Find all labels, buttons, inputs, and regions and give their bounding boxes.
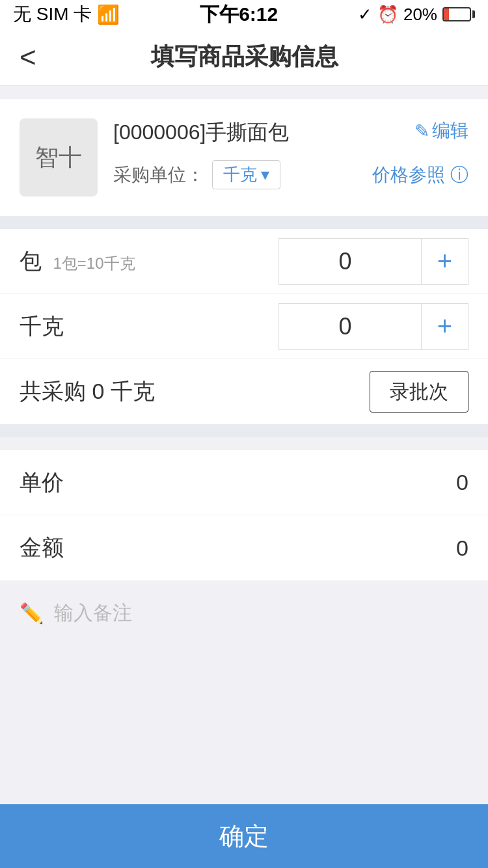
amount-row: 金额 0 (0, 515, 488, 580)
dropdown-arrow: ▾ (261, 165, 269, 185)
batch-button[interactable]: 录批次 (370, 371, 468, 413)
bao-plus-button[interactable]: + (422, 238, 468, 285)
price-ref-button[interactable]: 价格参照 ⓘ (372, 163, 468, 187)
bao-row: 包 1包=10千克 + (0, 229, 488, 294)
status-left: 无 SIM 卡 📶 (13, 2, 120, 27)
unit-price-row: 单价 0 (0, 450, 488, 515)
section-divider-1 (0, 216, 488, 229)
purchase-unit-label: 采购单位： (113, 163, 204, 187)
kg-plus-button[interactable]: + (422, 303, 468, 350)
note-placeholder: 输入备注 (54, 600, 132, 627)
kg-input-area: + (72, 303, 468, 350)
section-divider-2 (0, 424, 488, 437)
wifi-icon: 📶 (97, 4, 120, 25)
pencil-icon: ✏️ (20, 602, 44, 625)
status-bar: 无 SIM 卡 📶 下午6:12 ✓ ⏰ 20% (0, 0, 488, 29)
status-right: ✓ ⏰ 20% (358, 5, 475, 25)
status-time: 下午6:12 (200, 1, 278, 28)
bao-sub: 1包=10千克 (53, 254, 135, 272)
edit-icon: ✎ (414, 120, 429, 142)
summary-text: 共采购 0 千克 (20, 377, 155, 407)
location-icon: ✓ (358, 5, 372, 25)
unit-value: 千克 (223, 163, 257, 186)
nav-bar: < 填写商品采购信息 (0, 29, 488, 86)
kg-label: 千克 (20, 312, 72, 342)
confirm-button[interactable]: 确定 (219, 820, 269, 853)
product-top-row: [0000006]手撕面包 ✎ 编辑 (113, 118, 468, 147)
bao-input[interactable] (278, 238, 422, 285)
blank-area (0, 646, 488, 828)
back-button[interactable]: < (20, 43, 36, 72)
bao-label: 包 1包=10千克 (20, 247, 135, 277)
product-card: 智十 [0000006]手撕面包 ✎ 编辑 采购单位： 千克 ▾ 价格参照 ⓘ (0, 99, 488, 216)
purchase-unit: 采购单位： 千克 ▾ (113, 160, 280, 189)
amount-label: 金额 (20, 533, 64, 563)
unit-price-label: 单价 (20, 468, 64, 498)
confirm-footer[interactable]: 确定 (0, 804, 488, 868)
summary-row: 共采购 0 千克 录批次 (0, 359, 488, 424)
price-ref-icon: ⓘ (450, 163, 468, 187)
kg-row: 千克 + (0, 294, 488, 359)
battery-icon (442, 7, 475, 21)
amount-value: 0 (456, 536, 468, 561)
kg-input[interactable] (278, 303, 422, 350)
edit-label: 编辑 (432, 118, 468, 143)
price-ref-label: 价格参照 (372, 163, 445, 187)
product-logo: 智十 (35, 143, 82, 171)
product-bottom-row: 采购单位： 千克 ▾ 价格参照 ⓘ (113, 160, 468, 189)
unit-price-value: 0 (456, 470, 468, 495)
product-image: 智十 (20, 118, 98, 197)
no-sim-text: 无 SIM 卡 (13, 2, 92, 27)
note-section[interactable]: ✏️ 输入备注 (0, 580, 488, 646)
battery-percent: 20% (403, 5, 437, 25)
product-full-name: [0000006]手撕面包 (113, 118, 289, 147)
price-section: 单价 0 金额 0 (0, 450, 488, 580)
bao-input-area: + (135, 238, 468, 285)
page-title: 填写商品采购信息 (49, 41, 440, 73)
unit-dropdown[interactable]: 千克 ▾ (212, 160, 280, 189)
form-section: 包 1包=10千克 + 千克 + (0, 229, 488, 359)
edit-link[interactable]: ✎ 编辑 (414, 118, 468, 143)
alarm-icon: ⏰ (377, 5, 398, 25)
product-info: [0000006]手撕面包 ✎ 编辑 采购单位： 千克 ▾ 价格参照 ⓘ (113, 118, 468, 189)
